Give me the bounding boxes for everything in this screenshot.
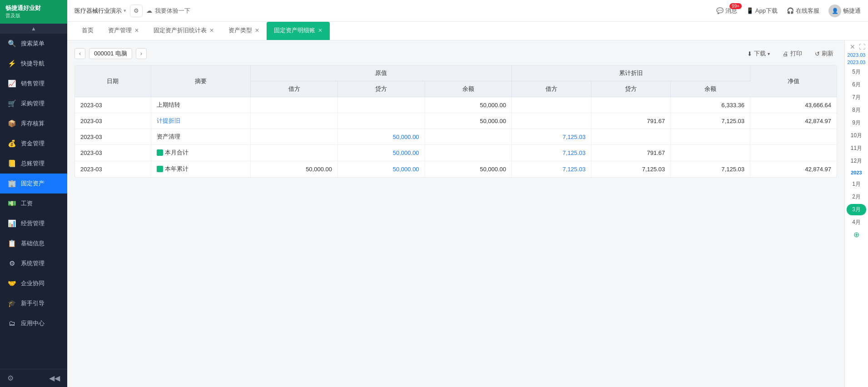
td-dep-credit: 7,125.03 [591,161,671,178]
company-name: 医疗器械行业演示 [74,7,122,15]
timeline-year-label: 2023 [847,168,866,177]
td-dep-balance: 7,125.03 [671,113,750,129]
green-dot-icon [157,149,163,156]
refresh-button[interactable]: ↺ 刷新 [811,48,837,60]
nav-icon-enterprise: 🤝 [7,279,16,288]
sidebar-label-purchase: 采购管理 [21,99,45,108]
timeline-month-item[interactable]: 11月 [847,143,866,154]
expand-panel-icon[interactable]: ⛶ [858,42,866,51]
tab-close-asset-detail[interactable]: ✕ [318,27,322,34]
tab-asset-type[interactable]: 资产类型✕ [221,22,267,40]
timeline-scroll-down-icon[interactable]: ⊕ [852,228,861,241]
tab-depreciation-stats[interactable]: 固定资产折旧统计表✕ [146,22,221,40]
sidebar-item-operations[interactable]: 📊经营管理 [0,213,67,233]
nav-icon-system: ⚙ [7,259,16,268]
sidebar-item-enterprise[interactable]: 🤝企业协同 [0,273,67,293]
nav-icon-finance: 💰 [7,139,16,148]
prev-asset-button[interactable]: ‹ [74,48,85,59]
timeline-month-item[interactable]: 2月 [847,191,866,203]
td-orig-balance [425,145,512,161]
timeline-month-item[interactable]: 9月 [847,117,866,129]
tab-asset-mgmt[interactable]: 资产管理✕ [101,22,146,40]
sidebar-header: 畅捷通好业财 普及版 [0,0,67,24]
td-dep-credit [591,129,671,145]
settings-icon[interactable]: ⚙ [7,374,14,382]
timeline-month-item[interactable]: 6月 [847,79,866,90]
nav-icon-purchase: 🛒 [7,99,16,108]
td-net-value: 42,874.97 [750,161,837,178]
user-profile[interactable]: 👤 畅捷通 [828,5,861,17]
timeline-month-item[interactable]: 4月 [847,217,866,228]
td-orig-credit: 50,000.00 [337,145,425,161]
sidebar-item-fixed-assets[interactable]: 🏢固定资产 [0,174,67,194]
close-panel-icon[interactable]: ✕ [849,42,856,51]
timeline-month-item[interactable]: 3月 [847,204,866,215]
nav-icon-apps: 🗂 [7,319,16,328]
td-date: 2023-03 [75,161,151,178]
experience-button[interactable]: ☁ 我要体验一下 [146,7,190,15]
topbar-right: 💬 消息 99+ 📱 App下载 🎧 在线客服 👤 畅捷通 [716,5,861,17]
sidebar-item-apps[interactable]: 🗂应用中心 [0,313,67,333]
sidebar-label-enterprise: 企业协同 [21,279,45,288]
timeline-items: 5月6月7月8月9月10月11月12月20231月2月3月4月 [845,66,868,228]
messages-button[interactable]: 💬 消息 99+ [716,7,737,15]
sidebar-item-basic-info[interactable]: 📋基础信息 [0,233,67,253]
print-label: 打印 [790,50,802,58]
sidebar-label-fixed-assets: 固定资产 [21,179,45,188]
td-net-value: 43,666.64 [750,97,837,113]
sidebar-item-inventory[interactable]: 📦库存核算 [0,114,67,134]
sidebar-item-ledger[interactable]: 📒总账管理 [0,154,67,174]
sidebar-item-guide[interactable]: 🎓新手引导 [0,293,67,313]
sidebar-nav: 🔍搜索菜单⚡快捷导航📈销售管理🛒采购管理📦库存核算💰资金管理📒总账管理🏢固定资产… [0,34,67,369]
tab-asset-detail[interactable]: 固定资产明细账✕ [267,22,330,40]
messages-badge: 99+ [729,3,742,9]
timeline-month-item[interactable]: 7月 [847,92,866,103]
sidebar-scroll-up[interactable]: ▲ [0,24,67,34]
td-dep-debit [512,113,591,129]
th-dep-credit: 贷方 [591,81,671,97]
next-asset-button[interactable]: › [136,48,147,59]
company-settings-icon[interactable]: ⚙ [130,5,143,17]
tab-home[interactable]: 首页 [74,22,101,40]
sidebar-item-purchase[interactable]: 🛒采购管理 [0,94,67,114]
asset-code-tag: 000001 电脑 [89,48,132,59]
td-orig-debit [251,113,338,129]
tab-close-asset-type[interactable]: ✕ [255,27,259,34]
summary-badge: 本年累计 [157,165,188,173]
timeline-month-item[interactable]: 5月 [847,66,866,78]
sidebar-item-payroll[interactable]: 💵工资 [0,194,67,213]
timeline-top-label-1: 2023.03 [845,51,868,59]
print-button[interactable]: 🖨 打印 [779,48,806,60]
service-button[interactable]: 🎧 在线客服 [787,7,819,15]
td-dep-credit: 791.67 [591,113,671,129]
sidebar-label-apps: 应用中心 [21,319,45,327]
sidebar-label-operations: 经营管理 [21,219,45,228]
collapse-icon[interactable]: ◀◀ [49,374,60,382]
nav-icon-search: 🔍 [7,39,16,48]
sidebar-item-quick-nav[interactable]: ⚡快捷导航 [0,54,67,74]
sidebar-label-search: 搜索菜单 [21,40,45,48]
timeline-month-item[interactable]: 10月 [847,130,866,141]
td-dep-debit: 7,125.03 [512,129,591,145]
app-edition: 普及版 [5,12,41,19]
tab-close-depreciation-stats[interactable]: ✕ [209,27,214,34]
company-selector[interactable]: 医疗器械行业演示 ▾ [74,7,126,15]
td-orig-debit [251,97,338,113]
sidebar-item-sales[interactable]: 📈销售管理 [0,74,67,94]
sidebar-item-finance[interactable]: 💰资金管理 [0,134,67,154]
download-action-button[interactable]: ⬇ 下载 ▾ [744,48,774,60]
tab-close-asset-mgmt[interactable]: ✕ [134,27,139,34]
th-orig-balance: 余额 [425,81,512,97]
summary-text: 本月合计 [165,149,188,157]
sidebar-label-finance: 资金管理 [21,139,45,148]
timeline-month-item[interactable]: 12月 [847,155,866,167]
sidebar-item-search[interactable]: 🔍搜索菜单 [0,34,67,54]
td-summary: 上期结转 [151,97,251,113]
timeline-month-item[interactable]: 1月 [847,179,866,190]
th-orig-value: 原值 [251,65,512,81]
td-dep-balance [671,145,750,161]
timeline-month-item[interactable]: 8月 [847,104,866,116]
sidebar-item-system[interactable]: ⚙系统管理 [0,253,67,273]
summary-badge: 本月合计 [157,149,188,157]
download-button[interactable]: 📱 App下载 [746,7,778,15]
